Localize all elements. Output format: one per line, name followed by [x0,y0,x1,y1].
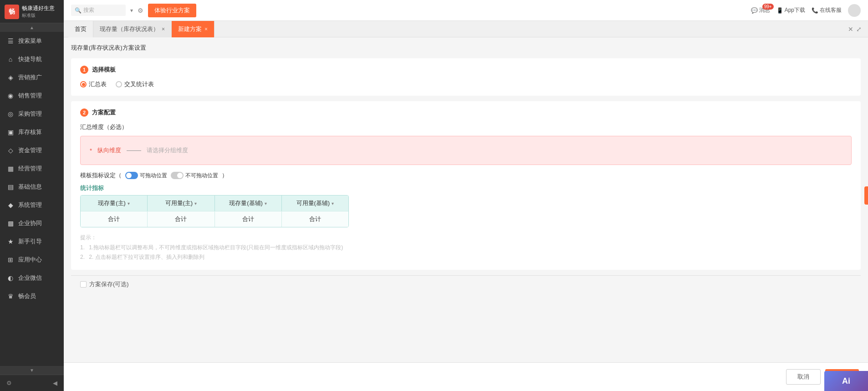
online-service-link[interactable]: 📞 在线客服 [812,6,842,14]
purchase-icon: ◎ [6,110,15,118]
operations-icon: ▦ [6,165,15,172]
inventory-icon: ▣ [6,129,15,136]
section2-header: 2 方案配置 [80,108,852,117]
toggle-draggable-box [125,172,138,179]
app-download-link[interactable]: 📱 App下载 [776,6,805,14]
dimension-arrow: —— [127,146,141,154]
sales-icon: ◉ [6,92,15,99]
topbar-dropdown-arrow[interactable]: ▾ [130,7,133,14]
messages-badge: 99+ [762,4,774,10]
sidebar-item-finance[interactable]: ◇ 资金管理 [0,141,64,159]
col-header-3[interactable]: 可用量(基辅) ▾ [282,196,348,211]
dimension-selector-box[interactable]: * 纵向维度 —— 请选择分组维度 [80,136,852,165]
sidebar-item-label: 基础信息 [18,183,42,191]
app-name: 畅康通好生意 [22,5,55,12]
col-chevron-1: ▾ [194,201,197,206]
sidebar-item-label: 搜索菜单 [18,37,42,45]
col-header-0[interactable]: 现存量(主) ▾ [81,196,148,211]
hint-1: 1. 1.拖动标题栏可以调整布局，不可跨维度或指标区域拖动栏目字段(只能在同一维… [80,243,852,253]
sidebar-item-appcenter[interactable]: ⊞ 应用中心 [0,251,64,269]
basics-icon: ▤ [6,183,15,190]
guide-icon: ★ [6,238,15,245]
sidebar-item-purchase[interactable]: ◎ 采购管理 [0,105,64,123]
messages-button[interactable]: 💬 消息 99+ [751,6,770,14]
radio-summary-table[interactable]: 汇总表 [80,80,107,88]
sidebar-item-inventory[interactable]: ▣ 库存核算 [0,123,64,141]
service-icon: 📞 [812,7,818,14]
collab-icon: ▩ [6,220,15,227]
tab-inventory-close[interactable]: × [162,26,165,32]
col-header-2[interactable]: 现存量(基辅) ▾ [215,196,282,211]
sidebar-item-collab[interactable]: ▩ 企业协同 [0,214,64,232]
footer-actions: 取消 查询 [64,362,868,391]
sidebar-scroll-up[interactable]: ▲ [0,23,64,32]
sidebar-item-operations[interactable]: ▦ 经营管理 [0,159,64,178]
stats-title: 统计指标 [80,184,852,192]
tab-inventory[interactable]: 现存量（库存状况表） × [93,21,172,37]
sidebar-item-basics[interactable]: ▤ 基础信息 [0,178,64,196]
sidebar-item-wechat[interactable]: ◐ 企业微信 [0,269,64,287]
stats-table-row-0: 合计 合计 合计 合计 [81,211,348,227]
save-checkbox-label[interactable]: 方案保存(可选) [80,280,129,288]
search-icon: 🔍 [75,7,82,14]
col-label-1: 可用量(主) [165,199,193,207]
cancel-button[interactable]: 取消 [786,369,821,385]
tab-new-plan[interactable]: 新建方案 × [172,21,214,37]
expand-window-icon[interactable]: ⤢ [856,26,862,33]
sidebar-item-label: 系统管理 [18,201,42,209]
main-area: 🔍 搜索 ▾ ⚙ 体验行业方案 💬 消息 99+ 📱 App下载 📞 在线客服 [64,0,868,391]
save-checkbox[interactable] [80,281,87,288]
topbar-gear-icon[interactable]: ⚙ [138,7,143,14]
footer-save-option: 方案保存(可选) [71,275,861,293]
sidebar-item-quicknav[interactable]: ⌂ 快捷导航 [0,50,64,68]
toggle-non-draggable[interactable]: 不可拖动位置 [171,172,218,180]
sidebar-item-label: 企业协同 [18,219,42,227]
toggle-draggable-label: 可拖动位置 [140,172,167,180]
toggle-non-draggable-box [171,172,184,179]
sidebar-item-search[interactable]: ☰ 搜索菜单 [0,32,64,50]
tab-home[interactable]: 首页 [68,21,93,37]
radio-cross-table[interactable]: 交叉统计表 [116,80,154,88]
hints-section: 提示： 1. 1.拖动标题栏可以调整布局，不可跨维度或指标区域拖动栏目字段(只能… [80,233,852,262]
collapse-icon[interactable]: ◀ [53,380,57,386]
sidebar-item-label: 企业微信 [18,274,42,282]
app-logo-icon: 畅 [5,5,19,19]
stats-cell-0-1: 合计 [148,211,214,227]
col-label-2: 现存量(基辅) [229,199,263,207]
radio-summary-label: 汇总表 [89,80,107,88]
toggle-non-draggable-label: 不可拖动位置 [185,172,218,180]
sidebar-item-guide[interactable]: ★ 新手引导 [0,232,64,251]
summary-dimension-label: 汇总维度（必选） [80,123,852,131]
user-avatar[interactable] [848,4,861,17]
stats-table-header: 现存量(主) ▾ 可用量(主) ▾ 现存量(基辅) ▾ 可用量(基辅) [81,196,348,211]
toggle-draggable-knob [126,173,132,178]
vertical-dimension-label: 纵向维度 [97,146,121,154]
tab-new-plan-close[interactable]: × [204,26,208,32]
sidebar-item-system[interactable]: ◆ 系统管理 [0,196,64,214]
right-edge-handle[interactable] [864,186,868,205]
sidebar-item-sales[interactable]: ◉ 销售管理 [0,87,64,105]
sidebar-item-label: 应用中心 [18,256,42,264]
settings-icon[interactable]: ⚙ [6,380,12,386]
toggle-draggable[interactable]: 可拖动位置 [125,172,167,180]
sidebar-item-label: 销售管理 [18,92,42,100]
sidebar-scroll-down[interactable]: ▼ [0,366,64,375]
sidebar-item-label: 经营管理 [18,165,42,173]
col-header-1[interactable]: 可用量(主) ▾ [148,196,214,211]
topbar: 🔍 搜索 ▾ ⚙ 体验行业方案 💬 消息 99+ 📱 App下载 📞 在线客服 [64,0,868,21]
ai-fab-button[interactable]: Ai [824,371,868,391]
indicator-setting-row: 模板指标设定（ 可拖动位置 不可拖动位置 ） [80,171,852,180]
sidebar-item-marketing[interactable]: ◈ 营销推广 [0,68,64,87]
ai-fab-label: Ai [842,376,850,386]
close-window-icon[interactable]: ✕ [848,26,853,33]
radio-cross-label: 交叉统计表 [124,80,154,88]
topbar-search-box[interactable]: 🔍 搜索 [71,5,126,16]
content-area: 现存量(库存状况表)方案设置 1 选择模板 汇总表 交叉统计表 [64,37,868,362]
sidebar-item-label: 营销推广 [18,73,42,82]
wechat-icon: ◐ [6,274,15,282]
industry-plan-button[interactable]: 体验行业方案 [148,4,196,17]
section2-number: 2 [80,108,88,117]
finance-icon: ◇ [6,147,15,154]
sidebar-item-member[interactable]: ♛ 畅会员 [0,287,64,305]
topbar-right: 💬 消息 99+ 📱 App下载 📞 在线客服 [751,4,861,17]
